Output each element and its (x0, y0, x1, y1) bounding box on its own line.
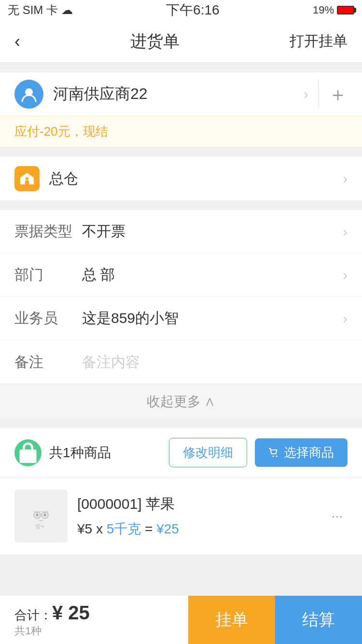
open-hang-button[interactable]: 打开挂单 (290, 31, 348, 51)
product-header: 共1种商品 修改明细 选择商品 (0, 428, 362, 477)
gap-4 (0, 419, 362, 428)
salesperson-value: 这是859的小智 (82, 308, 343, 328)
select-product-button[interactable]: 选择商品 (255, 438, 348, 467)
invoice-chevron-icon: › (343, 224, 348, 240)
price-x: x (96, 521, 107, 536)
invoice-label: 票据类型 (14, 222, 82, 241)
product-price: ¥5 x 5千克 = ¥25 (77, 520, 327, 538)
total-section: 合计： ¥ 25 共1种 (0, 596, 188, 644)
add-button[interactable]: ＋ (328, 81, 348, 108)
product-item: 管+ [0000001] 苹果 ¥5 x 5千克 = ¥25 ··· (0, 478, 362, 554)
hang-button[interactable]: 挂单 (188, 596, 275, 644)
dept-row[interactable]: 部门 总 部 › (0, 253, 362, 297)
more-options-button[interactable]: ··· (327, 504, 348, 529)
select-product-label: 选择商品 (284, 444, 334, 461)
supplier-note: 应付-20元，现结 (0, 116, 362, 147)
supplier-row[interactable]: 河南供应商22 › ＋ (0, 72, 362, 116)
battery-label: 19% (313, 4, 334, 16)
price-value: ¥5 (77, 521, 92, 536)
dept-chevron-icon: › (343, 267, 348, 283)
gap-3 (0, 200, 362, 210)
supplier-chevron-icon: › (304, 86, 308, 102)
svg-point-1 (26, 177, 28, 180)
product-code: [0000001] (77, 496, 141, 512)
page-title: 进货单 (130, 30, 180, 53)
collapse-button[interactable]: 收起更多 ∧ (0, 384, 362, 419)
dept-label: 部门 (14, 265, 82, 285)
total-label: 合计： (14, 607, 52, 624)
divider (318, 80, 319, 109)
product-count: 共1种商品 (49, 444, 161, 462)
battery-icon (337, 6, 354, 14)
status-left: 无 SIM 卡 ☁ (8, 2, 73, 18)
price-total: ¥25 (156, 521, 179, 536)
dept-value: 总 部 (82, 265, 343, 285)
status-time: 下午6:16 (166, 1, 220, 19)
checkout-button[interactable]: 结算 (275, 596, 362, 644)
status-bar: 无 SIM 卡 ☁ 下午6:16 19% (0, 0, 362, 20)
price-eq: = (145, 521, 156, 536)
total-amount: ¥ 25 (52, 602, 90, 624)
warehouse-chevron-icon: › (343, 170, 348, 187)
supplier-card: 河南供应商22 › ＋ 应付-20元，现结 (0, 72, 362, 147)
gap-2 (0, 147, 362, 157)
cart-icon (268, 447, 280, 459)
warehouse-icon (14, 166, 40, 191)
salesperson-row[interactable]: 业务员 这是859的小智 › (0, 297, 362, 340)
salesperson-chevron-icon: › (343, 310, 348, 327)
edit-detail-button[interactable]: 修改明细 (169, 438, 247, 467)
product-bag-icon (14, 439, 42, 466)
product-name: [0000001] 苹果 (77, 494, 327, 514)
product-title: 苹果 (146, 496, 175, 512)
svg-rect-2 (20, 449, 37, 463)
gap-1 (0, 63, 362, 72)
total-sub: 共1种 (14, 624, 174, 638)
remark-input[interactable]: 备注内容 (82, 352, 348, 372)
svg-point-4 (276, 455, 278, 457)
invoice-value: 不开票 (82, 222, 343, 241)
nav-bar: ‹ 进货单 打开挂单 (0, 20, 362, 63)
warehouse-row[interactable]: 总仓 › (0, 157, 362, 200)
owl-icon: 管+ (27, 502, 56, 531)
svg-point-3 (273, 455, 274, 457)
back-button[interactable]: ‹ (14, 31, 20, 52)
invoice-row[interactable]: 票据类型 不开票 › (0, 210, 362, 253)
form-card: 票据类型 不开票 › 部门 总 部 › 业务员 这是859的小智 › 备注 备注… (0, 210, 362, 384)
remark-label: 备注 (14, 352, 82, 372)
svg-point-9 (36, 514, 39, 517)
warehouse-card: 总仓 › (0, 157, 362, 200)
bottom-bar: 合计： ¥ 25 共1种 挂单 结算 (0, 596, 362, 644)
salesperson-label: 业务员 (14, 308, 82, 328)
supplier-name: 河南供应商22 (53, 84, 304, 105)
supplier-avatar (14, 80, 43, 109)
remark-row[interactable]: 备注 备注内容 (0, 340, 362, 384)
warehouse-name: 总仓 (49, 169, 343, 189)
svg-point-10 (43, 514, 46, 517)
product-info: [0000001] 苹果 ¥5 x 5千克 = ¥25 (77, 494, 327, 538)
svg-text:管+: 管+ (35, 523, 44, 530)
product-thumbnail: 管+ (14, 490, 68, 543)
sim-label: 无 SIM 卡 ☁ (8, 2, 73, 18)
price-quantity: 5千克 (107, 521, 141, 536)
status-right: 19% (313, 4, 354, 16)
